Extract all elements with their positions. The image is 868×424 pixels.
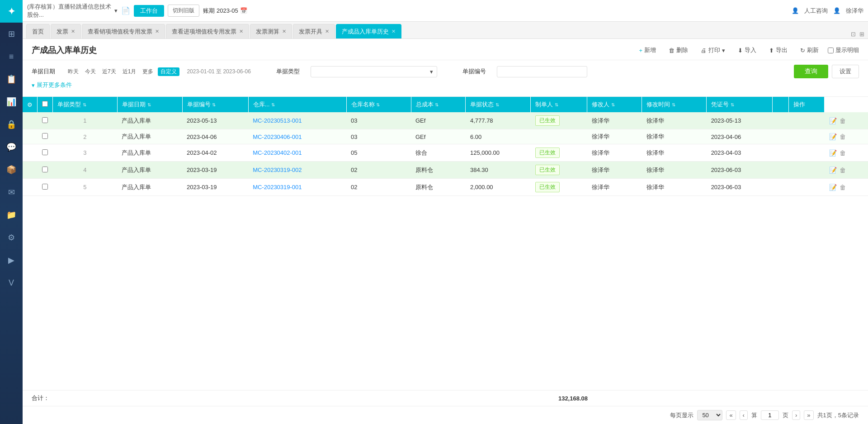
- delete-button[interactable]: 🗑 删除: [665, 44, 692, 56]
- tab-purchase-invoice[interactable]: 查看进项增值税专用发票 ✕: [166, 24, 249, 38]
- doc-icon[interactable]: 📄: [121, 6, 130, 15]
- delete-icon[interactable]: 🗑: [840, 149, 846, 157]
- sidebar-analytics[interactable]: 📊: [0, 91, 23, 113]
- sidebar-documents[interactable]: 📋: [0, 68, 23, 91]
- workspace-button[interactable]: 工作台: [134, 5, 164, 17]
- delete-icon[interactable]: 🗑: [840, 117, 846, 124]
- th-voucher[interactable]: 凭证号 ⇅: [707, 97, 773, 112]
- number-filter-input[interactable]: [497, 66, 587, 77]
- edit-icon[interactable]: 📝: [829, 117, 837, 124]
- tab-sales-invoice-close[interactable]: ✕: [155, 29, 159, 34]
- support-label[interactable]: 人工咨询: [804, 7, 828, 15]
- sidebar-v[interactable]: V: [0, 272, 23, 294]
- tab-purchase-invoice-close[interactable]: ✕: [239, 29, 243, 34]
- sidebar-settings[interactable]: ⚙: [0, 226, 23, 249]
- type-filter-select[interactable]: ▾: [311, 66, 437, 77]
- th-modify-time[interactable]: 修改时间 ⇅: [642, 97, 707, 112]
- sidebar-mail[interactable]: ✉: [0, 181, 23, 204]
- shortcut-1month[interactable]: 近1月: [121, 67, 138, 76]
- th-total-cost[interactable]: 总成本 ⇅: [411, 97, 466, 112]
- first-page-button[interactable]: «: [726, 410, 736, 420]
- new-button[interactable]: + 新增: [635, 44, 660, 56]
- maximize-icon[interactable]: ⊞: [859, 31, 864, 38]
- user-name[interactable]: 徐泽华: [846, 7, 863, 15]
- per-page-select[interactable]: 50 100 200: [697, 410, 722, 420]
- company-selector[interactable]: (库存核算）直播轻跳通信息技术股份... ▾: [27, 3, 118, 19]
- old-version-button[interactable]: 切到旧版: [168, 5, 199, 17]
- row-checkbox-cell[interactable]: [38, 179, 53, 196]
- row-checkbox[interactable]: [42, 149, 48, 155]
- sidebar-inventory[interactable]: 📦: [0, 158, 23, 181]
- reset-button[interactable]: 设置: [832, 65, 859, 78]
- edit-icon[interactable]: 📝: [829, 133, 837, 140]
- row-number[interactable]: MC-20230406-001: [248, 129, 346, 144]
- th-date[interactable]: 单据日期 ⇅: [117, 97, 182, 112]
- tab-invoice[interactable]: 发票 ✕: [51, 24, 81, 38]
- sidebar-menu[interactable]: ≡: [0, 45, 23, 68]
- import-button[interactable]: ⬇ 导入: [734, 44, 760, 56]
- tab-invoice-calc[interactable]: 发票测算 ✕: [250, 24, 292, 38]
- row-checkbox-cell[interactable]: [38, 144, 53, 162]
- row-checkbox[interactable]: [42, 167, 48, 172]
- tab-home[interactable]: 首页: [26, 24, 50, 38]
- display-columns-option[interactable]: 显示明细: [828, 46, 859, 54]
- refresh-button[interactable]: ↻ 刷新: [797, 44, 822, 56]
- sidebar-security[interactable]: 🔒: [0, 113, 23, 136]
- tab-invoice-issue[interactable]: 发票开具 ✕: [293, 24, 335, 38]
- prev-page-button[interactable]: ‹: [740, 410, 748, 420]
- delete-icon[interactable]: 🗑: [840, 133, 846, 140]
- tab-sales-invoice[interactable]: 查看销项增值税专用发票 ✕: [82, 24, 165, 38]
- settings-header[interactable]: ⚙: [23, 97, 38, 112]
- display-columns-checkbox[interactable]: [828, 48, 834, 53]
- checkbox-header[interactable]: [38, 97, 53, 112]
- sidebar-messages[interactable]: 💬: [0, 136, 23, 158]
- restore-icon[interactable]: ⊡: [851, 31, 856, 38]
- sidebar-files[interactable]: 📁: [0, 204, 23, 226]
- edit-icon[interactable]: 📝: [829, 149, 837, 157]
- row-checkbox-cell[interactable]: [38, 162, 53, 179]
- row-checkbox[interactable]: [42, 133, 48, 139]
- company-dropdown-icon[interactable]: ▾: [114, 7, 118, 14]
- tab-invoice-close[interactable]: ✕: [71, 29, 75, 34]
- app-logo[interactable]: ✦: [0, 0, 23, 23]
- th-creator[interactable]: 制单人 ⇅: [531, 97, 587, 112]
- th-warehouse-name[interactable]: 仓库名称 ⇅: [346, 97, 411, 112]
- th-modifier[interactable]: 修改人 ⇅: [587, 97, 642, 112]
- tab-invoice-issue-close[interactable]: ✕: [325, 29, 329, 34]
- th-number[interactable]: 单据编号 ⇅: [182, 97, 248, 112]
- row-number[interactable]: MC-20230513-001: [248, 112, 346, 129]
- row-number[interactable]: MC-20230402-001: [248, 144, 346, 162]
- edit-icon[interactable]: 📝: [829, 184, 837, 191]
- expand-filter-button[interactable]: ▾ 展开更多条件: [32, 81, 72, 89]
- row-checkbox[interactable]: [42, 117, 48, 123]
- delete-icon[interactable]: 🗑: [840, 184, 846, 191]
- shortcut-custom[interactable]: 自定义: [158, 67, 179, 76]
- th-status[interactable]: 单据状态 ⇅: [466, 97, 531, 112]
- delete-icon[interactable]: 🗑: [840, 167, 846, 174]
- select-all-checkbox[interactable]: [42, 101, 48, 107]
- tab-product-history[interactable]: 产成品入库单历史 ✕: [336, 24, 401, 38]
- query-button[interactable]: 查询: [794, 65, 828, 78]
- sidebar-play[interactable]: ▶: [0, 249, 23, 272]
- edit-icon[interactable]: 📝: [829, 167, 837, 174]
- row-checkbox[interactable]: [42, 184, 48, 190]
- th-warehouse-code[interactable]: 仓库... ⇅: [248, 97, 346, 112]
- shortcut-7days[interactable]: 近7天: [100, 67, 118, 76]
- th-type[interactable]: 单据类型 ⇅: [53, 97, 118, 112]
- shortcut-more[interactable]: 更多: [141, 67, 155, 76]
- tab-invoice-calc-close[interactable]: ✕: [282, 29, 286, 34]
- shortcut-yesterday[interactable]: 昨天: [66, 67, 80, 76]
- shortcut-today[interactable]: 今天: [83, 67, 98, 76]
- export-button[interactable]: ⬆ 导出: [765, 44, 791, 56]
- next-page-button[interactable]: ›: [792, 410, 800, 420]
- row-checkbox-cell[interactable]: [38, 112, 53, 129]
- period-calendar-icon[interactable]: 📅: [240, 7, 247, 14]
- page-number-input[interactable]: [761, 410, 779, 420]
- type-filter-dropdown-icon[interactable]: ▾: [430, 68, 433, 75]
- print-button[interactable]: 🖨 打印 ▾: [697, 44, 729, 56]
- print-dropdown-icon[interactable]: ▾: [722, 47, 725, 54]
- tab-product-history-close[interactable]: ✕: [392, 29, 396, 34]
- row-checkbox-cell[interactable]: [38, 129, 53, 144]
- sidebar-home[interactable]: ⊞: [0, 23, 23, 45]
- row-number[interactable]: MC-20230319-001: [248, 179, 346, 196]
